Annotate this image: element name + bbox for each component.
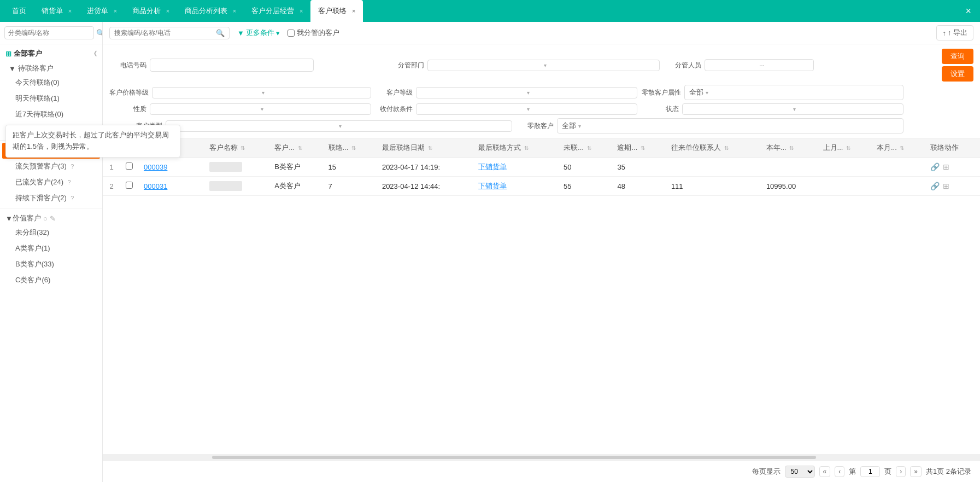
row2-grid-icon[interactable]: ⊞ — [943, 182, 949, 190]
date-sort-icon[interactable]: ⇅ — [428, 145, 432, 151]
unit-sort-icon[interactable]: ⇅ — [724, 145, 729, 151]
nav-product-list[interactable]: 商品分析列表 × — [177, 0, 244, 22]
dept-filter: 分管部门 ▾ — [387, 60, 660, 71]
nav-home[interactable]: 首页 — [4, 0, 34, 22]
main-search-input[interactable] — [114, 29, 216, 37]
sidebar-item-class-b[interactable]: B类客户(33) — [0, 257, 102, 272]
sidebar-item-ungrouped[interactable]: 未分组(32) — [0, 225, 102, 241]
row1-contact-count: 15 — [323, 158, 377, 177]
dept-select[interactable]: ▾ — [427, 60, 660, 71]
customer-type-select[interactable]: ▾ — [166, 120, 512, 132]
per-page-select[interactable]: 50 20 100 — [785, 466, 815, 478]
name-sort-icon[interactable]: ⇅ — [240, 145, 245, 151]
row2-select[interactable] — [126, 182, 133, 189]
more-conditions-btn[interactable]: ▼ 更多条件 ▾ — [234, 26, 283, 40]
page-number-input[interactable] — [860, 466, 880, 477]
last-page-btn[interactable]: » — [910, 466, 922, 477]
th-last-contact-date: 最后联络日期 ⇅ — [377, 138, 473, 158]
scrollbar-thumb[interactable] — [212, 456, 816, 459]
payment-chevron-icon: ▾ — [527, 106, 633, 112]
row1-select[interactable] — [126, 162, 133, 170]
th-this-month: 本月... ⇅ — [871, 138, 925, 158]
sidebar-search-icon[interactable]: 🔍 — [96, 29, 103, 37]
status-select[interactable]: ▾ — [682, 103, 903, 115]
row2-last-contact-method[interactable]: 下销货单 — [473, 177, 558, 196]
nav-product-list-close[interactable]: × — [233, 8, 236, 14]
nav-customer-mgmt[interactable]: 客户分层经营 × — [244, 0, 310, 22]
already-lost-help-icon[interactable]: ? — [67, 179, 71, 185]
year-sort-icon[interactable]: ⇅ — [789, 145, 794, 151]
retail-select[interactable]: 全部 ▾ — [557, 118, 903, 133]
row2-action-icons: 🔗 ⊞ — [930, 182, 975, 190]
sidebar-item-7days[interactable]: 近7天待联络(0) — [0, 107, 102, 123]
row1-link-icon[interactable]: 🔗 — [930, 162, 940, 171]
dept-chevron-icon: ▾ — [544, 62, 655, 68]
overdue-sort-icon[interactable]: ⇅ — [641, 145, 645, 151]
top-nav: 首页 销货单 × 进货单 × 商品分析 × 商品分析列表 × 客户分层经营 × … — [0, 0, 980, 22]
payment-select[interactable]: ▾ — [416, 103, 637, 115]
type-sort-icon[interactable]: ⇅ — [298, 145, 302, 151]
nav-sales-close[interactable]: × — [68, 8, 72, 14]
row2-customer-type: A类客户 — [269, 177, 322, 196]
sidebar-search-input[interactable] — [4, 26, 94, 39]
row1-code[interactable]: 000039 — [138, 158, 204, 177]
advanced-filters: 电话号码 分管部门 ▾ 分管人员 ··· — [103, 44, 980, 138]
nav-customer-contact[interactable]: 客户联络 × — [310, 0, 363, 22]
settings-button[interactable]: 设置 — [942, 66, 973, 82]
pagination-bar: 每页显示 50 20 100 « ‹ 第 页 › » 共1页 2条记录 — [103, 461, 980, 482]
horizontal-scrollbar[interactable] — [103, 454, 980, 461]
main-search-icon[interactable]: 🔍 — [216, 29, 225, 37]
value-group-circle-icon[interactable]: ○ — [43, 214, 48, 223]
method-sort-icon[interactable]: ⇅ — [524, 145, 529, 151]
row1-grid-icon[interactable]: ⊞ — [943, 162, 949, 171]
retail-attr-select[interactable]: 全部 ▾ — [684, 85, 903, 100]
nav-product-analysis[interactable]: 商品分析 × — [125, 0, 177, 22]
my-customers-checkbox-label[interactable]: 我分管的客户 — [287, 28, 339, 38]
phone-input[interactable] — [150, 59, 314, 72]
nav-customer-mgmt-close[interactable]: × — [300, 8, 303, 14]
sidebar-item-class-a[interactable]: A类客户(1) — [0, 241, 102, 257]
not-contacted-sort-icon[interactable]: ⇅ — [587, 145, 591, 151]
count-sort-icon[interactable]: ⇅ — [351, 145, 356, 151]
export-button[interactable]: ↑ ↑ 导出 — [936, 25, 973, 40]
lost-help-icon[interactable]: ? — [71, 163, 74, 170]
row2-link-icon[interactable]: 🔗 — [930, 182, 940, 190]
first-page-btn[interactable]: « — [819, 466, 831, 477]
sidebar-item-today[interactable]: 今天待联络(0) — [0, 75, 102, 91]
value-group-edit-icon[interactable]: ✎ — [50, 214, 56, 223]
nav-purchase[interactable]: 进货单 × — [79, 0, 125, 22]
nav-purchase-close[interactable]: × — [114, 8, 117, 14]
row1-last-contact-method[interactable]: 下销货单 — [473, 158, 558, 177]
person-select[interactable]: ··· — [705, 59, 814, 71]
prev-page-btn[interactable]: ‹ — [835, 466, 844, 477]
last-month-sort-icon[interactable]: ⇅ — [846, 145, 850, 151]
sidebar-item-declining[interactable]: 持续下滑客户(2) ? — [0, 190, 102, 206]
phone-label: 电话号码 — [109, 61, 146, 70]
sidebar: 🔍 ⊞ 全部客户 《 ▼ 待联络客户 今天待联络(0) 明天待联络(1) 近7天… — [0, 22, 103, 482]
this-month-sort-icon[interactable]: ⇅ — [900, 145, 904, 151]
my-customers-checkbox[interactable] — [287, 30, 295, 37]
query-button[interactable]: 查询 — [942, 49, 973, 64]
nav-product-analysis-close[interactable]: × — [166, 8, 169, 14]
sidebar-value-group-header[interactable]: ▼ 价值客户 ○ ✎ — [0, 211, 102, 225]
th-overdue: 逾期... ⇅ — [612, 138, 665, 158]
sidebar-all-customers-header[interactable]: ⊞ 全部客户 《 — [0, 44, 102, 61]
sidebar-item-already-lost[interactable]: 已流失客户(24) ? — [0, 175, 102, 190]
sidebar-item-tomorrow[interactable]: 明天待联络(1) — [0, 91, 102, 107]
sidebar-item-class-c[interactable]: C类客户(6) — [0, 272, 102, 288]
window-close-button[interactable]: × — [961, 5, 976, 17]
nav-customer-contact-close[interactable]: × — [352, 8, 355, 14]
declining-help-icon[interactable]: ? — [71, 195, 74, 201]
customer-level-select[interactable]: ▾ — [416, 87, 637, 98]
sidebar-pending-group[interactable]: ▼ 待联络客户 — [0, 61, 102, 75]
sidebar-collapse-icon[interactable]: 《 — [91, 50, 97, 58]
gender-select[interactable]: ▾ — [150, 103, 371, 115]
price-level-select[interactable]: ▾ — [152, 87, 371, 98]
sidebar-item-lost-warning[interactable]: 流失预警客户(3) ? — [0, 159, 102, 175]
page-suffix-label: 页 — [884, 467, 891, 477]
person-ellipsis-icon[interactable]: ··· — [759, 62, 809, 68]
triangle-down-icon: ▼ — [9, 65, 16, 73]
nav-sales[interactable]: 销货单 × — [34, 0, 79, 22]
next-page-btn[interactable]: › — [896, 466, 906, 477]
row2-code[interactable]: 000031 — [138, 177, 204, 196]
